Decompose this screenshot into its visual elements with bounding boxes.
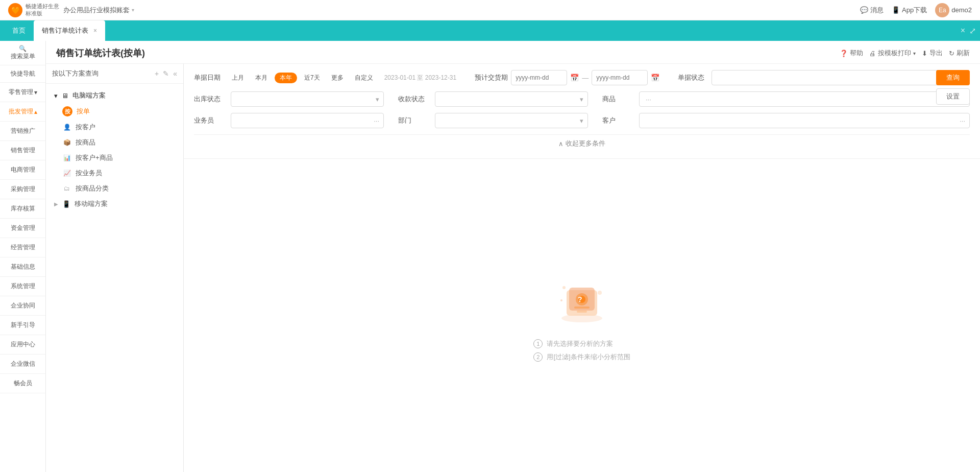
calendar-end-icon[interactable]: 📅 [651, 74, 659, 82]
date-btn-last-7[interactable]: 近7天 [300, 73, 324, 83]
sidebar-quick-nav[interactable]: 快捷导航 [0, 65, 45, 83]
out-status-select[interactable]: ▾ [231, 91, 384, 107]
scheme-item-by-order[interactable]: 按 按单 [46, 103, 183, 120]
date-btn-this-month[interactable]: 本月 [251, 73, 272, 83]
scheme-item-by-category[interactable]: 🗂 按商品分类 [46, 181, 183, 196]
sidebar-item-wechat[interactable]: 企业微信 [0, 355, 45, 374]
top-bar-right: 💬 消息 📱 App下载 Ea demo2 [860, 3, 972, 17]
customer-input[interactable]: ··· [639, 113, 970, 128]
date-btn-custom[interactable]: 自定义 [351, 73, 377, 83]
expected-date-inputs: 📅 — 📅 [511, 70, 659, 85]
sidebar: 🔍 搜索菜单 快捷导航 零售管理 ▾ 批发管理 ▴ 营销推广 销售管理 电商管理… [0, 41, 46, 472]
receipt-status-dropdown-icon: ▾ [580, 96, 583, 103]
scheme-group-pc[interactable]: ▾ 🖥 电脑端方案 [46, 88, 183, 103]
sidebar-item-newbie[interactable]: 新手引导 [0, 316, 45, 335]
edit-scheme-icon[interactable]: ✎ [163, 69, 169, 78]
help-icon: ❓ [840, 50, 848, 57]
right-panel: 单据日期 上月 本月 本年 近7天 更多 自定义 2023-01-01 至 20… [184, 64, 980, 472]
tab-close-icon[interactable]: × [93, 27, 97, 34]
content-area: 销售订单统计表(按单) ❓ 帮助 🖨 按模板打印 ▾ ⬇ 导出 ↻ 刷新 [46, 41, 980, 472]
app-download-button[interactable]: 📱 App下载 [892, 6, 927, 15]
sidebar-item-ecommerce[interactable]: 电商管理 [0, 160, 45, 180]
scheme-item-by-customer[interactable]: 👤 按客户 [46, 120, 183, 135]
salesperson-input[interactable]: ··· [231, 113, 384, 128]
tab-home[interactable]: 首页 [4, 20, 34, 41]
filter-area: 单据日期 上月 本月 本年 近7天 更多 自定义 2023-01-01 至 20… [184, 64, 980, 159]
tab-bar-actions: × ⤢ [961, 26, 980, 36]
page-title: 销售订单统计表(按单) [56, 47, 145, 59]
empty-illustration: ? [551, 270, 612, 331]
tab-close-window-button[interactable]: × [961, 26, 965, 35]
top-title-arrow-icon: ▾ [132, 7, 134, 13]
tab-sales-order-stat[interactable]: 销售订单统计表 × [34, 20, 105, 41]
print-button[interactable]: 🖨 按模板打印 ▾ [869, 49, 916, 58]
mobile-group-expand-icon: ▶ [54, 201, 58, 207]
scheme-group-mobile[interactable]: ▶ 📱 移动端方案 [46, 196, 183, 211]
expected-date-group: 预计交货期 📅 — 📅 [475, 70, 659, 85]
sidebar-item-system[interactable]: 系统管理 [0, 277, 45, 296]
expected-date-end-input[interactable] [592, 70, 648, 85]
calendar-start-icon[interactable]: 📅 [570, 74, 579, 82]
refresh-icon: ↻ [949, 50, 954, 57]
help-button[interactable]: ❓ 帮助 [840, 49, 863, 58]
empty-tip-1: 1 请先选择要分析的方案 [533, 339, 630, 348]
date-btn-last-month[interactable]: 上月 [228, 73, 248, 83]
sidebar-item-wholesale[interactable]: 批发管理 ▴ [0, 102, 45, 122]
tip-num-2: 2 [533, 352, 543, 362]
date-range-display: 2023-01-01 至 2023-12-31 [384, 74, 456, 82]
scheme-item-by-product[interactable]: 📦 按商品 [46, 135, 183, 150]
sidebar-item-finance[interactable]: 资金管理 [0, 219, 45, 238]
message-button[interactable]: 💬 消息 [860, 6, 884, 15]
record-status-select[interactable]: ▾ [712, 70, 970, 85]
add-scheme-icon[interactable]: + [155, 69, 159, 78]
svg-rect-5 [574, 306, 590, 309]
date-buttons: 上月 本月 本年 近7天 更多 自定义 [228, 73, 377, 83]
sidebar-item-retail[interactable]: 零售管理 ▾ [0, 83, 45, 102]
top-bar-title[interactable]: 办公用品行业模拟账套 ▾ [63, 6, 134, 15]
sidebar-item-operations[interactable]: 经营管理 [0, 238, 45, 257]
empty-tip-2: 2 用[过滤]条件来缩小分析范围 [533, 352, 630, 362]
expected-date-start-input[interactable] [511, 70, 567, 85]
logo-text: 畅捷通好生意 标准版 [26, 3, 59, 16]
query-button[interactable]: 查询 [936, 70, 970, 85]
sidebar-search[interactable]: 🔍 搜索菜单 [0, 41, 45, 65]
mobile-scheme-icon: 📱 [62, 200, 70, 208]
logo-area: 🧡 畅捷通好生意 标准版 [8, 3, 59, 17]
scheme-customer-icon: 👤 [62, 123, 71, 132]
goods-label: 商品 [602, 95, 633, 104]
goods-input[interactable]: ··· [639, 91, 970, 107]
date-btn-this-year[interactable]: 本年 [275, 73, 297, 83]
sidebar-item-basics[interactable]: 基础信息 [0, 257, 45, 277]
goods-more-icon[interactable]: ··· [646, 96, 651, 103]
salesperson-more-icon[interactable]: ··· [374, 117, 379, 125]
sidebar-item-appcenter[interactable]: 应用中心 [0, 335, 45, 355]
collapse-panel-icon[interactable]: « [173, 69, 177, 78]
action-buttons: 查询 设置 [936, 70, 970, 105]
export-button[interactable]: ⬇ 导出 [922, 49, 943, 58]
refresh-button[interactable]: ↻ 刷新 [949, 49, 970, 58]
department-select[interactable]: ▾ [435, 113, 588, 128]
left-panel-icons: + ✎ « [155, 69, 177, 78]
filter-row-1: 单据日期 上月 本月 本年 近7天 更多 自定义 2023-01-01 至 20… [194, 70, 970, 85]
sidebar-item-inventory[interactable]: 库存核算 [0, 199, 45, 219]
sidebar-item-marketing[interactable]: 营销推广 [0, 122, 45, 141]
retail-arrow-icon: ▾ [34, 89, 37, 96]
customer-more-icon[interactable]: ··· [960, 117, 965, 125]
svg-point-9 [598, 291, 602, 295]
svg-point-8 [562, 286, 566, 289]
sidebar-item-sales[interactable]: 销售管理 [0, 141, 45, 160]
out-status-dropdown-icon: ▾ [376, 96, 379, 103]
sidebar-item-purchase[interactable]: 采购管理 [0, 180, 45, 199]
receipt-status-label: 收款状态 [398, 95, 429, 104]
scheme-item-by-salesperson[interactable]: 📈 按业务员 [46, 166, 183, 181]
scheme-item-by-customer-product[interactable]: 📊 按客户+商品 [46, 150, 183, 166]
sidebar-item-enterprise[interactable]: 企业协同 [0, 296, 45, 316]
settings-button[interactable]: 设置 [936, 88, 970, 105]
collapse-more-button[interactable]: ∧ 收起更多条件 [194, 134, 970, 152]
sidebar-item-membership[interactable]: 畅会员 [0, 374, 45, 393]
receipt-status-select[interactable]: ▾ [435, 91, 588, 107]
date-btn-more[interactable]: 更多 [327, 73, 348, 83]
tab-fullscreen-button[interactable]: ⤢ [969, 26, 976, 36]
department-label: 部门 [398, 116, 429, 125]
user-avatar[interactable]: Ea demo2 [935, 3, 972, 17]
